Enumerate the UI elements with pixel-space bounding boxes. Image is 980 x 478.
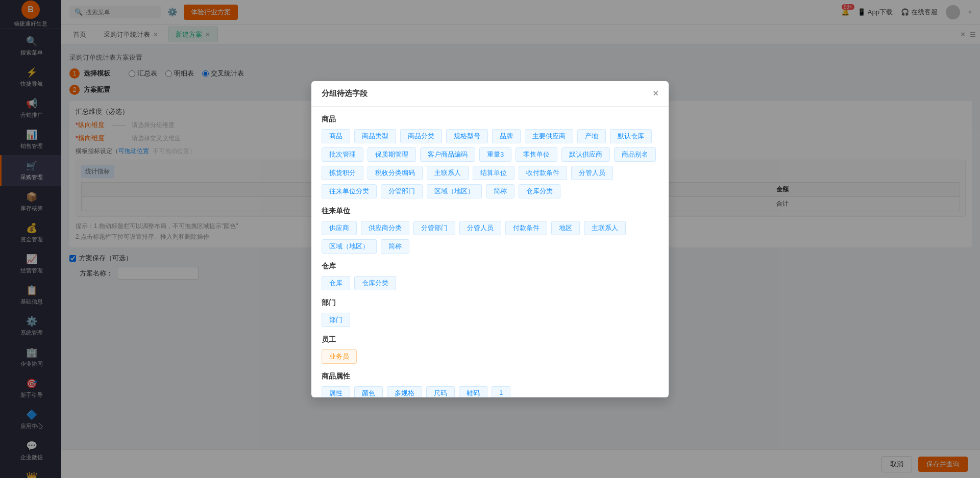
field-tag[interactable]: 往来单位分类 <box>322 184 377 198</box>
field-tag[interactable]: 客户商品编码 <box>420 147 475 162</box>
field-tag[interactable]: 分管部门 <box>381 184 423 198</box>
field-tag[interactable]: 区域（地区） <box>427 184 482 198</box>
field-tag[interactable]: 品牌 <box>492 129 521 143</box>
field-tag[interactable]: 鞋码 <box>459 386 487 397</box>
field-tag[interactable]: 保质期管理 <box>368 147 416 162</box>
field-tag[interactable]: 拣货积分 <box>322 166 363 180</box>
field-tag[interactable]: 供应商分类 <box>361 221 409 235</box>
field-tag[interactable]: 颜色 <box>354 386 383 397</box>
modal-overlay: 分组待选字段 × 商品商品商品类型商品分类规格型号品牌主要供应商产地默认仓库批次… <box>0 0 980 478</box>
modal-section-title: 仓库 <box>322 262 658 271</box>
field-tag[interactable]: 付款条件 <box>505 221 547 235</box>
field-tag[interactable]: 商品分类 <box>400 129 442 143</box>
field-tag[interactable]: 业务员 <box>322 349 357 364</box>
field-tag[interactable]: 主要供应商 <box>525 129 573 143</box>
field-grid: 供应商供应商分类分管部门分管人员付款条件地区主联系人区域（地区）简称 <box>322 221 658 254</box>
field-tag[interactable]: 仓库分类 <box>354 276 396 290</box>
field-tag[interactable]: 供应商 <box>322 221 357 235</box>
field-tag[interactable]: 多规格 <box>387 386 422 397</box>
modal-close-button[interactable]: × <box>653 88 658 99</box>
field-grid: 属性颜色多规格尺码鞋码1 <box>322 386 658 397</box>
modal-section-title: 部门 <box>322 298 658 308</box>
field-tag[interactable]: 税收分类编码 <box>368 166 423 180</box>
field-tag[interactable]: 默认供应商 <box>561 147 610 162</box>
field-tag[interactable]: 商品别名 <box>614 147 656 162</box>
field-tag[interactable]: 产地 <box>577 129 606 143</box>
field-tag[interactable]: 部门 <box>322 313 350 327</box>
modal-section-title: 商品 <box>322 115 658 124</box>
field-tag[interactable]: 1 <box>492 386 510 397</box>
field-tag[interactable]: 收付款条件 <box>519 166 567 180</box>
field-tag[interactable]: 主联系人 <box>584 221 626 235</box>
field-tag[interactable]: 分管部门 <box>413 221 455 235</box>
field-tag[interactable]: 结算单位 <box>473 166 514 180</box>
modal-header: 分组待选字段 × <box>311 81 669 107</box>
modal-dialog: 分组待选字段 × 商品商品商品类型商品分类规格型号品牌主要供应商产地默认仓库批次… <box>311 81 669 397</box>
modal-section-title: 往来单位 <box>322 207 658 216</box>
field-grid: 业务员 <box>322 349 658 364</box>
field-grid: 仓库仓库分类 <box>322 276 658 290</box>
field-tag[interactable]: 仓库分类 <box>519 184 560 198</box>
field-tag[interactable]: 地区 <box>551 221 580 235</box>
field-tag[interactable]: 简称 <box>381 239 409 254</box>
field-tag[interactable]: 默认仓库 <box>610 129 652 143</box>
field-tag[interactable]: 规格型号 <box>446 129 488 143</box>
modal-section-title: 员工 <box>322 335 658 344</box>
field-tag[interactable]: 分管人员 <box>571 166 613 180</box>
field-tag[interactable]: 分管人员 <box>459 221 501 235</box>
field-grid: 商品商品类型商品分类规格型号品牌主要供应商产地默认仓库批次管理保质期管理客户商品… <box>322 129 658 198</box>
field-tag[interactable]: 主联系人 <box>427 166 469 180</box>
modal-title: 分组待选字段 <box>322 89 368 98</box>
field-tag[interactable]: 重量3 <box>479 147 511 162</box>
field-tag[interactable]: 属性 <box>322 386 350 397</box>
field-tag[interactable]: 尺码 <box>426 386 455 397</box>
modal-body: 商品商品商品类型商品分类规格型号品牌主要供应商产地默认仓库批次管理保质期管理客户… <box>311 107 669 397</box>
field-tag[interactable]: 商品类型 <box>354 129 396 143</box>
field-tag[interactable]: 仓库 <box>322 276 350 290</box>
field-tag[interactable]: 商品 <box>322 129 350 143</box>
field-grid: 部门 <box>322 313 658 327</box>
field-tag[interactable]: 简称 <box>486 184 514 198</box>
field-tag[interactable]: 零售单位 <box>516 147 557 162</box>
field-tag[interactable]: 区域（地区） <box>322 239 377 254</box>
modal-section-title: 商品属性 <box>322 372 658 381</box>
field-tag[interactable]: 批次管理 <box>322 147 363 162</box>
